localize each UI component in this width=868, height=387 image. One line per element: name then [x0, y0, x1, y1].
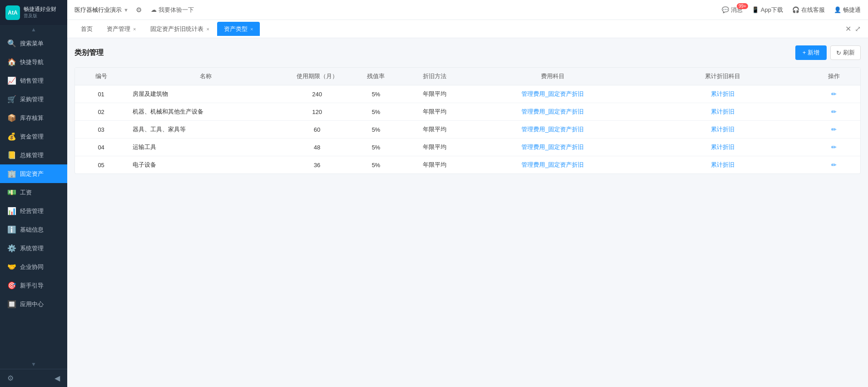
user-menu-button[interactable]: 👤 畅捷通 [834, 6, 861, 14]
funds-icon: 💰 [7, 132, 15, 141]
sales-icon: 📈 [7, 76, 15, 85]
tab-depreciation-label: 固定资产折旧统计表 [150, 25, 203, 33]
content-area: 类别管理 + 新增 ↻ 刷新 编号 名称 使用期限（月） 残值率 折旧方法 [67, 38, 868, 387]
company-dropdown-arrow: ▼ [124, 7, 129, 13]
refresh-label: 刷新 [843, 49, 855, 57]
sidebar-item-label: 快捷导航 [20, 58, 44, 66]
purchase-icon: 🛒 [7, 95, 15, 104]
tabs-bar: 首页 资产管理 × 固定资产折旧统计表 × 资产类型 × ✕ ⤢ [67, 20, 868, 38]
cell-code: 01 [75, 85, 127, 103]
cell-period: 120 [284, 103, 350, 121]
data-table-container: 编号 名称 使用期限（月） 残值率 折旧方法 费用科目 累计折旧科目 操作 01… [74, 67, 861, 174]
table-body: 01 房屋及建筑物 240 5% 年限平均 管理费用_固定资产折旧 累计折旧 ✏… [75, 85, 860, 174]
app-download-button[interactable]: 📱 App下载 [752, 6, 783, 14]
cell-method: 年限平均 [402, 121, 467, 139]
cell-op: ✏ [808, 156, 860, 174]
cell-name: 房屋及建筑物 [127, 85, 284, 103]
col-header-op: 操作 [808, 68, 860, 85]
main-area: 医疗器械行业演示 ▼ ⚙ ☁ 我要体验一下 💬 消息 99+ 📱 App下载 🎧… [67, 0, 868, 387]
sidebar-item-label: 经营管理 [20, 207, 44, 215]
sidebar-item-sales[interactable]: 📈 销售管理 [0, 71, 67, 90]
cell-period: 60 [284, 121, 350, 139]
cell-op: ✏ [808, 103, 860, 121]
col-header-code: 编号 [75, 68, 127, 85]
sidebar-item-search[interactable]: 🔍 搜索菜单 [0, 34, 67, 53]
edit-button-2[interactable]: ✏ [831, 126, 837, 133]
tab-assets-mgmt-close[interactable]: × [133, 26, 136, 32]
tab-asset-type[interactable]: 资产类型 × [217, 22, 260, 36]
cell-expense: 管理费用_固定资产折旧 [467, 156, 638, 174]
sidebar-item-label: 搜索菜单 [20, 40, 44, 48]
col-header-period: 使用期限（月） [284, 68, 350, 85]
sidebar-item-cooperation[interactable]: 🤝 企业协同 [0, 258, 67, 276]
expand-window-icon[interactable]: ⤢ [855, 25, 861, 33]
tab-depreciation-close[interactable]: × [206, 26, 209, 32]
edit-button-0[interactable]: ✏ [831, 90, 837, 98]
company-name: 医疗器械行业演示 [74, 6, 122, 14]
header-settings-icon[interactable]: ⚙ [136, 6, 142, 14]
cell-expense: 管理费用_固定资产折旧 [467, 139, 638, 156]
sidebar-item-label: 库存核算 [20, 114, 44, 122]
messages-button[interactable]: 💬 消息 99+ [722, 6, 743, 14]
scroll-down[interactable]: ▼ [0, 360, 67, 369]
sidebar-item-quick-nav[interactable]: 🏠 快捷导航 [0, 53, 67, 71]
guide-icon: 🎯 [7, 281, 15, 290]
refresh-button[interactable]: ↻ 刷新 [830, 45, 861, 60]
sidebar-item-fixed-assets[interactable]: 🏢 固定资产 [0, 164, 67, 183]
sidebar-nav: 🔍 搜索菜单 🏠 快捷导航 📈 销售管理 🛒 采购管理 📦 库存核算 💰 资金管… [0, 34, 67, 360]
edit-button-1[interactable]: ✏ [831, 108, 837, 115]
edit-button-3[interactable]: ✏ [831, 144, 837, 151]
cell-op: ✏ [808, 121, 860, 139]
sidebar-item-label: 采购管理 [20, 95, 44, 104]
cell-period: 36 [284, 156, 350, 174]
sidebar-item-basic-info[interactable]: ℹ️ 基础信息 [0, 220, 67, 239]
business-icon: 📊 [7, 207, 15, 215]
page-actions: + 新增 ↻ 刷新 [795, 45, 861, 60]
sidebar-item-general-ledger[interactable]: 📒 总账管理 [0, 146, 67, 164]
edit-button-4[interactable]: ✏ [831, 161, 837, 169]
tab-depreciation-table[interactable]: 固定资产折旧统计表 × [144, 22, 216, 36]
cell-method: 年限平均 [402, 156, 467, 174]
scroll-up[interactable]: ▲ [0, 25, 67, 34]
sidebar-item-app-center[interactable]: 🔲 应用中心 [0, 295, 67, 313]
home-icon: 🏠 [7, 58, 15, 66]
tab-home[interactable]: 首页 [74, 22, 99, 36]
sidebar-item-business[interactable]: 📊 经营管理 [0, 202, 67, 220]
refresh-icon: ↻ [836, 50, 841, 56]
tab-assets-mgmt[interactable]: 资产管理 × [100, 22, 143, 36]
experience-button[interactable]: ☁ 我要体验一下 [151, 6, 194, 14]
page-title: 类别管理 [74, 48, 104, 58]
experience-label: 我要体验一下 [159, 6, 194, 14]
tab-assets-mgmt-label: 资产管理 [107, 25, 130, 33]
cell-method: 年限平均 [402, 85, 467, 103]
sidebar-item-label: 新手引导 [20, 282, 44, 290]
sidebar-item-funds[interactable]: 💰 资金管理 [0, 127, 67, 146]
collapse-sidebar-icon[interactable]: ◀ [55, 374, 60, 382]
sidebar-item-purchase[interactable]: 🛒 采购管理 [0, 90, 67, 109]
cell-residual: 5% [350, 85, 402, 103]
col-header-residual: 残值率 [350, 68, 402, 85]
cell-name: 器具、工具、家具等 [127, 121, 284, 139]
sidebar-logo: AtA 畅捷通好业财 普及版 [0, 0, 67, 25]
user-avatar-icon: 👤 [834, 6, 841, 13]
settings-bottom-icon[interactable]: ⚙ [7, 374, 14, 382]
cell-expense: 管理费用_固定资产折旧 [467, 103, 638, 121]
sidebar-item-label: 企业协同 [20, 263, 44, 271]
page-header: 类别管理 + 新增 ↻ 刷新 [74, 45, 861, 60]
close-window-icon[interactable]: ✕ [845, 25, 851, 33]
cell-name: 机器、机械和其他生产设备 [127, 103, 284, 121]
sidebar-item-payroll[interactable]: 💵 工资 [0, 183, 67, 202]
new-button[interactable]: + 新增 [795, 45, 827, 60]
sidebar-item-inventory[interactable]: 📦 库存核算 [0, 109, 67, 127]
sidebar-item-guide[interactable]: 🎯 新手引导 [0, 276, 67, 295]
online-service-icon: 🎧 [792, 6, 799, 13]
company-selector[interactable]: 医疗器械行业演示 ▼ [74, 6, 129, 14]
sidebar-item-system[interactable]: ⚙️ 系统管理 [0, 239, 67, 258]
scroll-up-icon[interactable]: ▲ [31, 27, 36, 32]
scroll-down-icon[interactable]: ▼ [31, 362, 36, 367]
online-service-button[interactable]: 🎧 在线客服 [792, 6, 825, 14]
col-header-expense: 费用科目 [467, 68, 638, 85]
ledger-icon: 📒 [7, 151, 15, 159]
tab-asset-type-close[interactable]: × [250, 26, 253, 32]
tabs-window-controls: ✕ ⤢ [845, 25, 861, 33]
